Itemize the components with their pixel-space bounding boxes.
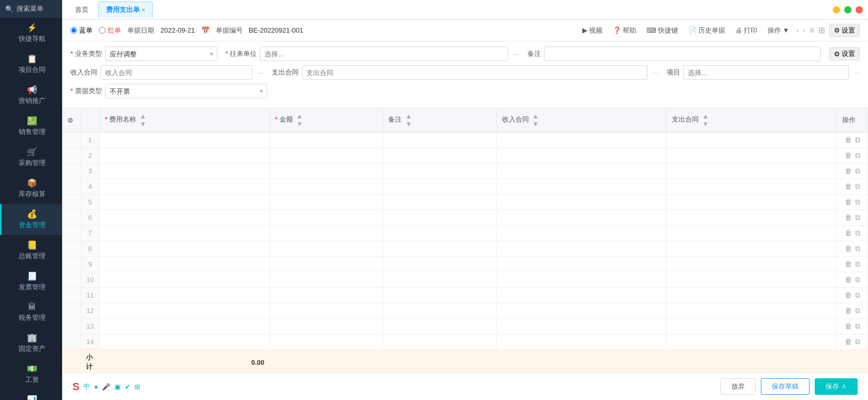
delete-icon-11[interactable]: 🗑: [845, 291, 852, 300]
invoice-type-select[interactable]: 不开票: [105, 84, 267, 98]
td-amount-4[interactable]: [270, 179, 383, 195]
video-button[interactable]: ▶ 视频: [579, 24, 606, 37]
tab-close-expense[interactable]: ×: [142, 7, 145, 13]
td-amount-7[interactable]: [270, 226, 383, 241]
save-button[interactable]: 保存 ∧: [815, 378, 858, 395]
td-income-contract-1[interactable]: [496, 132, 667, 148]
income-contract-input[interactable]: [100, 65, 253, 80]
delete-icon-7[interactable]: 🗑: [845, 229, 852, 238]
td-expense-contract-5[interactable]: [667, 195, 837, 210]
th-expense-contract[interactable]: 支出合同 ▲▼: [667, 108, 837, 132]
td-note-5[interactable]: [383, 195, 496, 210]
td-amount-5[interactable]: [270, 195, 383, 210]
th-amount[interactable]: 金额 ▲▼: [270, 108, 383, 132]
project-input[interactable]: [683, 65, 849, 80]
delete-icon-6[interactable]: 🗑: [845, 213, 852, 222]
td-amount-12[interactable]: [270, 303, 383, 319]
td-amount-13[interactable]: [270, 319, 383, 334]
copy-icon-3[interactable]: ⧉: [855, 167, 860, 175]
td-income-contract-11[interactable]: [496, 288, 667, 303]
td-expense-name-13[interactable]: [99, 319, 270, 334]
td-note-12[interactable]: [383, 303, 496, 319]
th-gear[interactable]: ⚙: [62, 108, 81, 132]
sidebar-item-tax-mgmt[interactable]: 🏛 税务管理: [0, 297, 62, 328]
copy-icon-12[interactable]: ⧉: [855, 306, 860, 315]
td-expense-contract-4[interactable]: [667, 179, 837, 195]
td-note-8[interactable]: [383, 241, 496, 257]
td-income-contract-7[interactable]: [496, 226, 667, 241]
sidebar-item-project-contract[interactable]: 📋 项目合同: [0, 49, 62, 80]
td-note-10[interactable]: [383, 272, 496, 288]
td-expense-contract-2[interactable]: [667, 148, 837, 164]
td-expense-contract-6[interactable]: [667, 210, 837, 226]
td-expense-contract-7[interactable]: [667, 226, 837, 241]
delete-icon-12[interactable]: 🗑: [845, 306, 852, 315]
td-note-13[interactable]: [383, 319, 496, 334]
copy-icon-11[interactable]: ⧉: [855, 291, 860, 300]
td-income-contract-8[interactable]: [496, 241, 667, 257]
td-amount-14[interactable]: [270, 334, 383, 350]
td-amount-8[interactable]: [270, 241, 383, 257]
td-note-1[interactable]: [383, 132, 496, 148]
td-note-4[interactable]: [383, 179, 496, 195]
td-expense-name-5[interactable]: [99, 195, 270, 210]
th-expense-name[interactable]: 费用名称 ▲▼: [99, 108, 270, 132]
td-amount-9[interactable]: [270, 257, 383, 272]
sidebar-search[interactable]: 🔍 搜索菜单: [0, 0, 62, 18]
td-expense-name-4[interactable]: [99, 179, 270, 195]
td-note-3[interactable]: [383, 164, 496, 179]
minimize-button[interactable]: [833, 6, 840, 13]
counterpart-ellipsis[interactable]: ···: [513, 50, 519, 58]
project-ellipsis[interactable]: ···: [854, 69, 860, 77]
th-income-contract[interactable]: 收入合同 ▲▼: [496, 108, 667, 132]
radio-red[interactable]: 红单: [99, 26, 121, 35]
td-expense-contract-3[interactable]: [667, 164, 837, 179]
td-income-contract-12[interactable]: [496, 303, 667, 319]
counterpart-input[interactable]: [260, 47, 508, 61]
td-expense-contract-11[interactable]: [667, 288, 837, 303]
td-expense-name-14[interactable]: [99, 334, 270, 350]
biz-type-select[interactable]: 应付调整: [105, 47, 217, 61]
sidebar-item-salary[interactable]: 💵 工资: [0, 359, 62, 390]
td-expense-name-6[interactable]: [99, 210, 270, 226]
copy-icon-14[interactable]: ⧉: [855, 337, 860, 346]
td-amount-10[interactable]: [270, 272, 383, 288]
setting-button[interactable]: ⚙ 设置: [829, 24, 860, 37]
maximize-button[interactable]: [844, 6, 851, 13]
nav-next-icon[interactable]: ›: [803, 26, 805, 34]
td-income-contract-5[interactable]: [496, 195, 667, 210]
td-expense-name-11[interactable]: [99, 288, 270, 303]
td-note-6[interactable]: [383, 210, 496, 226]
note-input[interactable]: [544, 47, 821, 61]
td-expense-contract-12[interactable]: [667, 303, 837, 319]
sidebar-item-purchase-mgmt[interactable]: 🛒 采购管理: [0, 142, 62, 173]
radio-blue[interactable]: 蓝单: [70, 26, 93, 35]
td-note-2[interactable]: [383, 148, 496, 164]
copy-icon-13[interactable]: ⧉: [855, 322, 860, 331]
copy-icon-10[interactable]: ⧉: [855, 275, 860, 284]
delete-icon-8[interactable]: 🗑: [845, 244, 852, 253]
sidebar-item-sales-mgmt[interactable]: 💹 销售管理: [0, 111, 62, 142]
delete-icon-14[interactable]: 🗑: [845, 337, 852, 346]
td-income-contract-6[interactable]: [496, 210, 667, 226]
delete-icon-5[interactable]: 🗑: [845, 198, 852, 206]
td-income-contract-10[interactable]: [496, 272, 667, 288]
td-expense-contract-14[interactable]: [667, 334, 837, 350]
td-expense-name-1[interactable]: [99, 132, 270, 148]
copy-icon-7[interactable]: ⧉: [855, 229, 860, 238]
td-income-contract-9[interactable]: [496, 257, 667, 272]
discard-button[interactable]: 放弃: [720, 378, 756, 395]
expense-contract-input[interactable]: [302, 65, 648, 80]
td-expense-name-8[interactable]: [99, 241, 270, 257]
td-expense-name-3[interactable]: [99, 164, 270, 179]
td-expense-contract-10[interactable]: [667, 272, 837, 288]
td-expense-contract-9[interactable]: [667, 257, 837, 272]
print-button[interactable]: 🖨 打印: [732, 24, 760, 37]
copy-icon-1[interactable]: ⧉: [855, 136, 860, 144]
td-note-7[interactable]: [383, 226, 496, 241]
td-expense-contract-13[interactable]: [667, 319, 837, 334]
delete-icon-4[interactable]: 🗑: [845, 182, 852, 191]
copy-icon-4[interactable]: ⧉: [855, 182, 860, 191]
expense-contract-ellipsis[interactable]: ···: [653, 69, 658, 77]
td-expense-contract-8[interactable]: [667, 241, 837, 257]
